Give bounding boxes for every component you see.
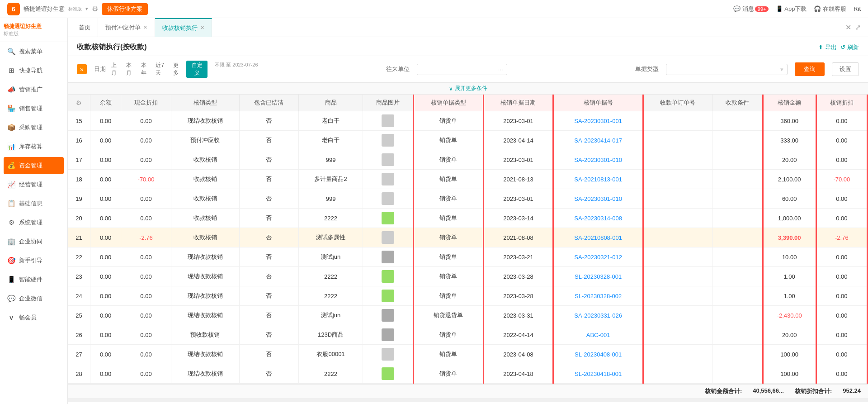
cell-discount: 0.00 bbox=[816, 345, 867, 364]
hardware-icon: 📱 bbox=[7, 276, 15, 284]
table-row: 22 0.00 0.00 现结收款核销 否 测试jun 销货单 2023-03-… bbox=[68, 247, 868, 267]
cell-type: 预收款核销 bbox=[171, 325, 240, 345]
cell-settled: 否 bbox=[240, 111, 299, 131]
counterparty-input[interactable]: ··· bbox=[417, 64, 507, 75]
sidebar-item-wechat[interactable]: 💬企业微信 bbox=[0, 289, 67, 308]
tab-receipts[interactable]: 收款核销执行 ✕ bbox=[155, 18, 212, 37]
sidebar-item-member[interactable]: V畅会员 bbox=[0, 308, 67, 327]
cell-bill-no[interactable]: SA-20210813-001 bbox=[553, 170, 643, 189]
tab-close-receipts[interactable]: ✕ bbox=[200, 25, 204, 31]
sidebar-item-operations[interactable]: 📈经营管理 bbox=[0, 175, 67, 194]
tab-home[interactable]: 首页 bbox=[71, 18, 98, 37]
tab-expand-icon[interactable]: ⤢ bbox=[855, 23, 861, 32]
settings-gear-icon[interactable]: ⚙ bbox=[92, 5, 98, 13]
cell-bill-no[interactable]: SA-20230331-026 bbox=[553, 306, 643, 325]
cell-amount: 1.00 bbox=[763, 267, 816, 286]
bill-type-select[interactable]: ▾ bbox=[666, 64, 788, 75]
sidebar-item-inventory[interactable]: 📊库存核算 bbox=[0, 137, 67, 156]
cell-settled: 否 bbox=[240, 345, 299, 364]
sidebar-item-sales[interactable]: 🏪销售管理 bbox=[0, 99, 67, 118]
sidebar-item-finance[interactable]: 💰资金管理 bbox=[4, 157, 64, 174]
table-row: 16 0.00 0.00 预付冲应收 否 老白干 销货单 2023-04-14 … bbox=[68, 131, 868, 150]
cell-balance: 0.00 bbox=[90, 325, 121, 345]
cell-bill-no[interactable]: SL-20230418-001 bbox=[553, 364, 643, 384]
sidebar-item-quicknav[interactable]: ⊞快捷导航 bbox=[0, 61, 67, 80]
cell-goods-img bbox=[363, 131, 414, 150]
col-goods-img: 商品图片 bbox=[363, 95, 414, 111]
cell-order-no bbox=[643, 150, 712, 170]
online-service-link[interactable]: 🎧 在线客服 bbox=[814, 5, 846, 13]
bill-type-dropdown-icon: ▾ bbox=[780, 66, 783, 73]
cell-type: 收款核销 bbox=[171, 170, 240, 189]
sidebar-item-basic[interactable]: 📋基础信息 bbox=[0, 194, 67, 213]
date-btn-more[interactable]: 更多 bbox=[171, 61, 184, 78]
marketing-icon: 📣 bbox=[7, 86, 15, 94]
home-icon: ⊞ bbox=[7, 67, 15, 75]
horizontal-scrollbar[interactable] bbox=[68, 398, 868, 402]
cell-bill-date: 2022-04-14 bbox=[483, 325, 553, 345]
cell-balance: 0.00 bbox=[90, 131, 121, 150]
counterparty-dots[interactable]: ··· bbox=[498, 66, 503, 73]
expand-conditions-bar[interactable]: ∨ 展开更多条件 bbox=[68, 83, 868, 95]
sidebar-item-purchase[interactable]: 📦采购管理 bbox=[0, 118, 67, 137]
date-btn-last-month[interactable]: 上月 bbox=[109, 61, 123, 78]
cell-bill-no[interactable]: SL-20230328-001 bbox=[553, 267, 643, 286]
holiday-solution-button[interactable]: 休假行业方案 bbox=[102, 3, 148, 15]
cell-bill-type: 销货单 bbox=[413, 189, 483, 209]
cell-bill-no[interactable]: SA-20210808-001 bbox=[553, 228, 643, 247]
setting-button[interactable]: 设置 bbox=[832, 62, 859, 76]
bill-type-label: 单据类型 bbox=[635, 65, 659, 73]
top-bar-right: 💬 消息99+ 📱 App下载 🎧 在线客服 Rit bbox=[733, 5, 861, 13]
query-button[interactable]: 查询 bbox=[795, 62, 825, 76]
export-button[interactable]: ⬆ 导出 bbox=[818, 43, 837, 52]
refresh-button[interactable]: ↺ 刷新 bbox=[840, 43, 859, 52]
tab-close-all-icon[interactable]: ✕ bbox=[845, 23, 851, 32]
app-download-link[interactable]: 📱 App下载 bbox=[776, 5, 807, 13]
sidebar-item-hardware[interactable]: 📱智能硬件 bbox=[0, 270, 67, 289]
cell-bill-date: 2023-03-14 bbox=[483, 209, 553, 228]
cell-settled: 否 bbox=[240, 150, 299, 170]
cell-bill-no[interactable]: SA-20230301-010 bbox=[553, 150, 643, 170]
brand-dropdown-icon[interactable]: ▾ bbox=[85, 6, 88, 12]
cell-bill-no[interactable]: SA-20230301-010 bbox=[553, 189, 643, 209]
date-btn-this-year[interactable]: 本年 bbox=[139, 61, 152, 78]
col-settings[interactable]: ⚙ bbox=[68, 95, 90, 111]
cell-id: 28 bbox=[68, 364, 90, 384]
cell-bill-no[interactable]: SL-20230408-001 bbox=[553, 345, 643, 364]
cell-bill-no[interactable]: ABC-001 bbox=[553, 325, 643, 345]
cell-amount: 1.00 bbox=[763, 286, 816, 306]
cell-goods-img bbox=[363, 150, 414, 170]
table-row: 27 0.00 0.00 现结收款核销 否 衣服00001 销货单 2023-0… bbox=[68, 345, 868, 364]
cell-type: 收款核销 bbox=[171, 150, 240, 170]
date-btn-7days[interactable]: 近7天 bbox=[154, 61, 170, 78]
table-container[interactable]: ⚙ 余额 现金折扣 核销类型 包含已结清 商品 商品图片 核销单据类型 核销单据… bbox=[68, 95, 868, 404]
filter-toggle-button[interactable]: » bbox=[77, 64, 87, 74]
filter-row: 日期 上月 本月 本年 近7天 更多 自定义 bbox=[94, 61, 208, 78]
date-custom-button[interactable]: 自定义 bbox=[186, 61, 208, 78]
date-btn-this-month[interactable]: 本月 bbox=[124, 61, 137, 78]
sidebar-item-guide[interactable]: 🎯新手引导 bbox=[0, 251, 67, 270]
tab-close-prepay[interactable]: ✕ bbox=[143, 24, 147, 30]
cell-bill-no[interactable]: SA-20230414-017 bbox=[553, 131, 643, 150]
cell-goods: 999 bbox=[298, 189, 363, 209]
message-icon[interactable]: 💬 消息99+ bbox=[733, 5, 769, 13]
sidebar-item-enterprise[interactable]: 🏢企业协同 bbox=[0, 232, 67, 251]
cell-bill-no[interactable]: SL-20230328-002 bbox=[553, 286, 643, 306]
page-content: 收款核销执行(按收款) ⬆ 导出 ↺ 刷新 » 日期 上月 本月 本年 近7天 … bbox=[68, 37, 868, 404]
sidebar-item-marketing[interactable]: 📣营销推广 bbox=[0, 80, 67, 99]
cell-discount: 0.00 bbox=[816, 131, 867, 150]
cell-discount: 0.00 bbox=[816, 111, 867, 131]
table-row: 18 0.00 -70.00 收款核销 否 多计量商品2 销货单 2021-08… bbox=[68, 170, 868, 189]
cell-bill-type: 销货单 bbox=[413, 150, 483, 170]
sidebar-item-system[interactable]: ⚙系统管理 bbox=[0, 213, 67, 232]
sidebar-item-search[interactable]: 🔍搜索菜单 bbox=[0, 42, 67, 61]
cell-type: 收款核销 bbox=[171, 228, 240, 247]
cell-bill-no[interactable]: SA-20230321-012 bbox=[553, 247, 643, 267]
cell-cash-discount: 0.00 bbox=[121, 131, 171, 150]
cell-bill-no[interactable]: SA-20230314-008 bbox=[553, 209, 643, 228]
cell-payment-cond bbox=[712, 170, 763, 189]
user-name[interactable]: Rit bbox=[854, 5, 861, 12]
tab-prepay[interactable]: 预付冲应付单 ✕ bbox=[98, 18, 155, 37]
cell-bill-no[interactable]: SA-20230301-001 bbox=[553, 111, 643, 131]
cell-cash-discount: 0.00 bbox=[121, 150, 171, 170]
